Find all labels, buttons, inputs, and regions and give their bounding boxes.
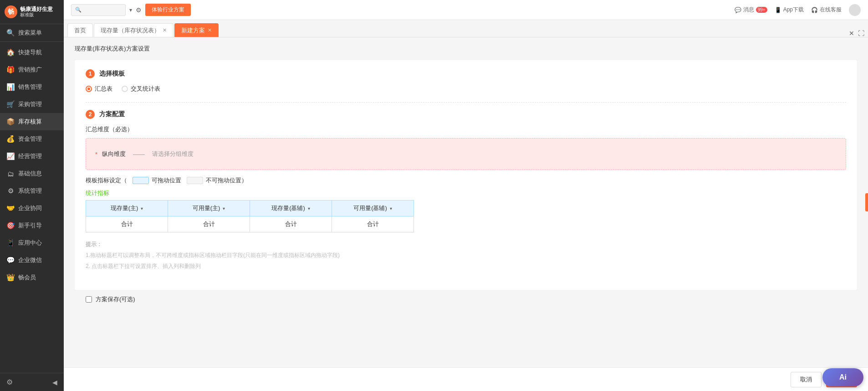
save-scheme-checkbox[interactable] xyxy=(86,296,92,303)
sales-icon: 📊 xyxy=(6,83,15,91)
col-0-chevron: ▾ xyxy=(141,206,143,211)
save-scheme-label: 方案保存(可选) xyxy=(96,295,135,304)
user-avatar[interactable] xyxy=(849,4,861,16)
topbar-dropdown[interactable]: ▾ xyxy=(129,7,132,13)
tips-item-1: 2. 点击标题栏下拉可设置排序、插入列和删除列 xyxy=(86,263,201,269)
industry-solution-button[interactable]: 体验行业方案 xyxy=(145,4,191,16)
app-center-icon: 📱 xyxy=(6,239,15,247)
message-item[interactable]: 💬 消息 99+ xyxy=(735,6,767,14)
sidebar-item-newbie[interactable]: 🎯 新手引导 xyxy=(0,217,64,234)
dim-arrow: —— xyxy=(133,151,145,158)
sidebar-item-label: 新手引导 xyxy=(18,221,42,230)
sidebar-item-label: 快捷导航 xyxy=(18,48,42,57)
sidebar-item-system[interactable]: ⚙ 系统管理 xyxy=(0,182,64,200)
tab-inventory-close-icon[interactable]: ✕ xyxy=(163,27,167,33)
sidebar-item-basic-info[interactable]: 🗂 基础信息 xyxy=(0,165,64,182)
sidebar-item-wechat[interactable]: 💬 企业微信 xyxy=(0,252,64,269)
window-close-icon[interactable]: ✕ xyxy=(849,30,854,37)
indicator-label-text: 模板指标设定（ xyxy=(86,176,127,185)
quick-nav-icon: 🏠 xyxy=(6,48,15,57)
radio-summary[interactable]: 汇总表 xyxy=(86,85,112,93)
window-expand-icon[interactable]: ⛶ xyxy=(858,30,864,37)
cell-0-2: 合计 xyxy=(250,216,332,232)
col-3-label: 可用量(基辅) xyxy=(353,204,387,212)
sidebar-item-label: 畅会员 xyxy=(18,273,36,282)
topbar-gear-icon[interactable]: ⚙ xyxy=(136,6,142,14)
inventory-icon: 📦 xyxy=(6,118,15,126)
col-header-3[interactable]: 可用量(基辅) ▾ xyxy=(332,201,414,216)
sidebar-collapse-icon[interactable]: ◀ xyxy=(52,379,57,386)
online-service-label: 在线客服 xyxy=(820,6,842,14)
scheme-panel: 1 选择模板 汇总表 交叉统计表 2 xyxy=(75,60,857,290)
sidebar-item-label: 资金管理 xyxy=(18,135,42,143)
sidebar-item-member[interactable]: 👑 畅会员 xyxy=(0,269,64,286)
ai-button[interactable]: Ai xyxy=(822,368,863,386)
sidebar-item-purchase[interactable]: 🛒 采购管理 xyxy=(0,96,64,113)
sidebar-search-label: 搜索菜单 xyxy=(18,29,42,37)
save-scheme-area: 方案保存(可选) xyxy=(75,290,857,309)
search-icon: 🔍 xyxy=(6,29,15,37)
tab-new-scheme-close-icon[interactable]: ✕ xyxy=(208,27,212,33)
col-header-1[interactable]: 可用量(主) ▾ xyxy=(168,201,250,216)
resize-handle[interactable] xyxy=(865,193,868,211)
col-header-0[interactable]: 现存量(主) ▾ xyxy=(86,201,168,216)
headset-icon: 🎧 xyxy=(811,7,818,13)
cell-0-1: 合计 xyxy=(168,216,250,232)
table-header-row: 现存量(主) ▾ 可用量(主) ▾ xyxy=(86,201,414,216)
sidebar-item-label: 销售管理 xyxy=(18,83,42,91)
logo-icon: 畅 xyxy=(5,5,17,18)
dimension-label: 汇总维度（必选） xyxy=(86,125,846,134)
sidebar-search-item[interactable]: 🔍 搜索菜单 xyxy=(0,24,64,42)
sidebar-item-label: 应用中心 xyxy=(18,239,42,247)
tab-new-scheme[interactable]: 新建方案 ✕ xyxy=(174,23,219,37)
chevron-down-icon: ▾ xyxy=(129,7,132,13)
tab-inventory-status-label: 现存量（库存状况表） xyxy=(101,26,160,35)
sidebar-item-inventory[interactable]: 📦 库存核算 xyxy=(0,113,64,130)
sidebar-item-label: 营销推广 xyxy=(18,66,42,74)
radio-summary-circle xyxy=(86,86,92,92)
col-3-chevron: ▾ xyxy=(390,206,392,211)
operations-icon: 📈 xyxy=(6,152,15,160)
step2-badge: 2 xyxy=(86,110,95,119)
col-1-label: 可用量(主) xyxy=(193,204,220,212)
topbar-search-icon: 🔍 xyxy=(75,7,82,13)
message-icon: 💬 xyxy=(735,7,741,13)
sidebar-item-operations[interactable]: 📈 经营管理 xyxy=(0,148,64,165)
template-indicator-row: 模板指标设定（ 可拖动位置 不可拖动位置） xyxy=(86,176,846,185)
tab-home[interactable]: 首页 xyxy=(67,23,93,37)
sidebar-item-marketing[interactable]: 🎁 营销推广 xyxy=(0,61,64,78)
sidebar-item-enterprise[interactable]: 🤝 企业协同 xyxy=(0,200,64,217)
required-mark: * xyxy=(95,151,97,158)
sidebar-item-finance[interactable]: 💰 资金管理 xyxy=(0,130,64,148)
sidebar-item-app-center[interactable]: 📱 应用中心 xyxy=(0,234,64,252)
tab-home-label: 首页 xyxy=(74,26,86,35)
cancel-button[interactable]: 取消 xyxy=(791,372,822,387)
tab-inventory-status[interactable]: 现存量（库存状况表） ✕ xyxy=(94,23,174,37)
step1-badge: 1 xyxy=(86,69,95,78)
action-bar: 取消 查询 xyxy=(64,367,868,391)
cell-0-0: 合计 xyxy=(86,216,168,232)
sidebar-settings-icon[interactable]: ⚙ xyxy=(6,378,13,386)
topbar-search-box[interactable]: 🔍 xyxy=(71,4,126,16)
online-service-item[interactable]: 🎧 在线客服 xyxy=(811,6,842,14)
sidebar-item-quick-nav[interactable]: 🏠 快捷导航 xyxy=(0,44,64,61)
app-download-item[interactable]: 📱 App下载 xyxy=(775,6,804,14)
dimension-area[interactable]: * 纵向维度 —— 请选择分组维度 xyxy=(86,138,846,170)
sidebar-item-sales[interactable]: 📊 销售管理 xyxy=(0,78,64,96)
finance-icon: 💰 xyxy=(6,135,15,143)
draggable-box xyxy=(133,177,149,184)
sidebar-item-label: 采购管理 xyxy=(18,100,42,108)
sidebar-item-label: 基础信息 xyxy=(18,170,42,178)
fixed-box xyxy=(187,177,203,184)
marketing-icon: 🎁 xyxy=(6,66,15,74)
col-2-chevron: ▾ xyxy=(308,206,310,211)
app-name: 畅康通好生意 xyxy=(20,6,53,12)
stat-label: 统计指标 xyxy=(86,189,846,197)
fixed-indicator-item: 不可拖动位置） xyxy=(187,176,247,185)
radio-cross[interactable]: 交叉统计表 xyxy=(122,85,160,93)
col-header-2[interactable]: 现存量(基辅) ▾ xyxy=(250,201,332,216)
sidebar: 畅 畅康通好生意 标准版 🔍 搜索菜单 🏠 快捷导航 🎁 营销推广 📊 销售管理… xyxy=(0,0,64,391)
page-title: 现存量(库存状况表)方案设置 xyxy=(75,45,857,53)
col-0-label: 现存量(主) xyxy=(111,204,138,212)
cell-0-3: 合计 xyxy=(332,216,414,232)
